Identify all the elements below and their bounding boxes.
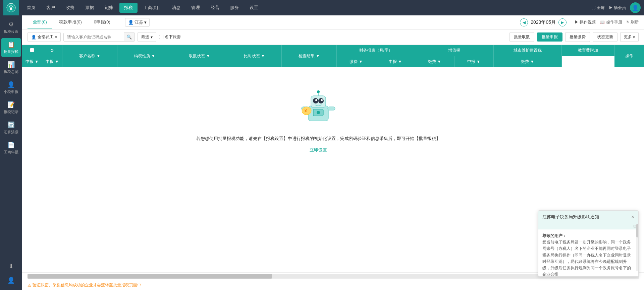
nav-billing[interactable]: 收费 <box>61 3 79 13</box>
sidebar-item-personal-tax[interactable]: 👤 个税申报 <box>1 78 21 97</box>
region-select[interactable]: 👤 江苏 ▾ <box>125 18 150 27</box>
robot-illustration: ¥ <box>298 87 338 128</box>
current-date: 2023年05月 <box>531 19 556 25</box>
operation-manual-btn[interactable]: 📖 操作手册 <box>600 19 622 25</box>
more-chevron-icon: ▾ <box>633 35 635 40</box>
tab-zero-declare[interactable]: 0申报(0) <box>89 16 116 28</box>
tabs-bar-right: ▶ 操作视频 📖 操作手册 ↻ 刷新 <box>575 19 639 25</box>
sub-header-urban-pay: 缴费 ▼ <box>415 56 454 68</box>
sidebar-item-annual-report[interactable]: 📄 工商年报 <box>1 139 21 157</box>
notification-popup: 江苏电子税务局升级影响通知 × ⊡ 尊敬的用户： 受当前电子税务局进一步升级的影… <box>538 210 639 277</box>
account-checkbox[interactable]: 名下账套 <box>159 34 181 40</box>
header-compare-status: 比对状态 ▼ <box>227 45 281 67</box>
status-update-btn[interactable]: 状态更新 <box>593 32 618 42</box>
header-fetch-status: 取数状态 ▼ <box>172 45 227 67</box>
notification-scrollbar[interactable] <box>636 224 638 271</box>
sidebar-item-annual-settlement[interactable]: 🔄 汇算清缴 <box>1 119 21 137</box>
nav-items: 首页 客户 收费 票据 记账 报税 工商项目 消息 管理 经营 服务 设置 <box>22 3 591 13</box>
profile-icon: 👤 <box>7 277 15 284</box>
tab-all[interactable]: 全部(0) <box>28 16 52 28</box>
notification-close-btn[interactable]: × <box>631 214 634 220</box>
nav-home[interactable]: 首页 <box>22 3 40 13</box>
notification-body: 尊敬的用户： 受当前电子税务局进一步升级的影响，同一个政务网账号（办税人）名下的… <box>538 229 638 276</box>
fullscreen-btn[interactable]: ⛶ 全屏 <box>591 5 604 11</box>
svg-point-1 <box>10 7 12 9</box>
nav-settings[interactable]: 设置 <box>245 3 263 13</box>
toolbar-right: 批量取数 批量申报 批量缴费 状态更新 更多 ▾ <box>509 32 639 42</box>
toolbar: 👤 全部员工 ▾ 🔍 筛选 ▾ 名下账套 批量取数 批量申报 批量缴费 状态更新 <box>22 29 644 45</box>
nav-invoice[interactable]: 票据 <box>80 3 99 13</box>
region-chevron-icon: ▾ <box>144 20 147 25</box>
sub-header-vat-declare: 申报 ▼ <box>42 56 62 68</box>
sidebar-item-batch-tax[interactable]: 📋 批量报税 <box>1 38 21 57</box>
sub-header-vat-pay: 缴费 ▼ <box>336 56 376 68</box>
empty-message: 若您想使用批量报税功能，请先在【报税设置】中进行报税的初始化设置，完成密码验证和… <box>196 136 440 142</box>
operation-video-btn[interactable]: ▶ 操作视频 <box>575 19 596 25</box>
empty-state: ¥ 若您想使用批量报税功能，请先在【报税设置】中进行报税的初始化设置，完成密码验… <box>22 67 614 173</box>
tax-records-icon: 📝 <box>7 101 15 108</box>
notification-resize-handle[interactable]: ⊡ <box>633 224 636 228</box>
nav-management[interactable]: 管理 <box>186 3 205 13</box>
nav-customer[interactable]: 客户 <box>42 3 60 13</box>
batch-declare-btn[interactable]: 批量申报 <box>537 32 562 42</box>
svg-point-15 <box>317 111 320 114</box>
sub-header-urban-declare: 申报 ▼ <box>376 56 415 68</box>
search-input[interactable] <box>63 33 124 42</box>
batch-tax-icon: 📋 <box>7 41 15 48</box>
sidebar-profile[interactable]: 👤 <box>1 274 21 287</box>
next-month-btn[interactable]: ▶ <box>558 18 567 26</box>
download-icon: ⬇ <box>9 263 14 270</box>
region-icon: 👤 <box>128 20 133 25</box>
nav-service[interactable]: 服务 <box>225 3 244 13</box>
select-all-checkbox[interactable] <box>30 48 34 52</box>
header-tax-type: 纳税性质 ▼ <box>117 45 172 67</box>
account-checkbox-input[interactable] <box>159 35 163 39</box>
sidebar-download[interactable]: ⬇ <box>1 260 21 273</box>
nav-messages[interactable]: 消息 <box>167 3 185 13</box>
table-body: ¥ 若您想使用批量报税功能，请先在【报税设置】中进行报税的初始化设置，完成密码验… <box>22 67 644 173</box>
notification-greeting: 尊敬的用户： <box>542 233 567 238</box>
header-operations: 操作 <box>614 45 644 67</box>
refresh-btn[interactable]: ↻ 刷新 <box>626 19 639 25</box>
nav-operations[interactable]: 经营 <box>206 3 224 13</box>
header-financial-report: 财务报表（月/季） <box>336 45 415 56</box>
table-header-row-1: ⚙ 客户名称 ▼ 纳税性质 ▼ 取数状态 ▼ 比对状态 ▼ <box>22 45 644 56</box>
annual-report-icon: 📄 <box>7 141 15 149</box>
member-btn[interactable]: ▶ 畅会员 <box>609 5 626 11</box>
app-logo[interactable] <box>3 0 19 15</box>
date-navigation: ◀ 2023年05月 ▶ <box>520 18 567 26</box>
filter-icon: ▼ <box>96 54 100 58</box>
filter-icon-3: ▼ <box>206 54 210 58</box>
sub-header-edu-declare: 申报 ▼ <box>454 56 493 68</box>
header-urban-construction: 城市维护建设税 <box>493 45 562 56</box>
batch-pay-btn[interactable]: 批量缴费 <box>565 32 590 42</box>
tabs-bar: 全部(0) 税款申报(0) 0申报(0) 👤 江苏 ▾ ◀ 2023年05月 ▶… <box>22 15 644 29</box>
batch-fetch-btn[interactable]: 批量取数 <box>509 32 534 42</box>
search-button[interactable]: 🔍 <box>124 32 135 42</box>
sidebar-item-tax-overview[interactable]: 📊 报税总览 <box>1 58 21 77</box>
svg-rect-11 <box>328 107 335 110</box>
tax-overview-icon: 📊 <box>7 61 15 68</box>
employee-select[interactable]: 👤 全部员工 ▾ <box>28 32 61 42</box>
filter-btn[interactable]: 筛选 ▾ <box>138 32 156 42</box>
nav-accounting[interactable]: 记账 <box>100 3 118 13</box>
header-gear-cell: ⚙ <box>42 45 62 56</box>
sidebar-bottom: ⬇ 👤 <box>1 260 21 290</box>
sidebar-item-tax-settings[interactable]: ⚙ 报税设置 <box>1 18 21 37</box>
more-btn[interactable]: 更多 ▾ <box>620 32 639 42</box>
personal-tax-icon: 👤 <box>7 81 15 88</box>
setup-link[interactable]: 立即设置 <box>310 147 327 153</box>
user-avatar[interactable]: 👤 <box>630 2 641 13</box>
filter-icon-2: ▼ <box>151 54 155 58</box>
sub-header-financial-declare: 申报 ▼ <box>22 56 42 68</box>
tab-tax-declare[interactable]: 税款申报(0) <box>54 16 87 28</box>
prev-month-btn[interactable]: ◀ <box>520 18 528 26</box>
svg-point-6 <box>315 99 317 101</box>
header-customer-name: 客户名称 ▼ <box>62 45 117 67</box>
nav-business[interactable]: 工商项目 <box>139 3 166 13</box>
employee-icon: 👤 <box>31 35 36 40</box>
sidebar-item-tax-records[interactable]: 📝 报税记录 <box>1 98 21 117</box>
nav-tax[interactable]: 报税 <box>119 3 138 13</box>
warning-bar: ⚠ 验证账密、采集信息均成功的企业才会流转至批量报税页面中 <box>22 280 644 290</box>
svg-point-9 <box>317 90 320 93</box>
